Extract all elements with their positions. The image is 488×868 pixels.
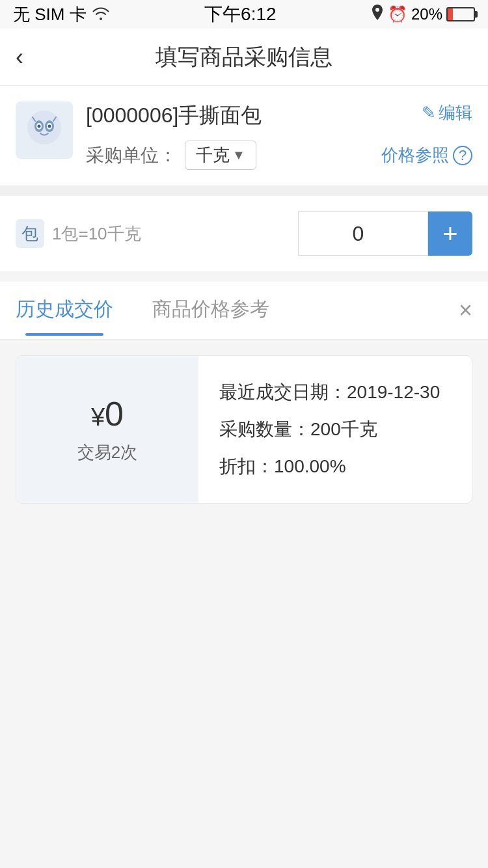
product-header: [0000006]手撕面包 采购单位： 千克 ▼ ✎ 编辑 价格参照 ? — [16, 102, 472, 170]
price-date-row: 最近成交日期：2019-12-30 — [219, 379, 451, 405]
status-bar: 无 SIM 卡 下午6:12 ⏰ 20% — [0, 0, 488, 29]
unit-value: 千克 — [196, 144, 230, 167]
status-right-area: ⏰ 20% — [371, 5, 475, 24]
carrier-text: 无 SIM 卡 — [13, 3, 87, 26]
tabs-left: 历史成交价 商品价格参考 — [16, 296, 269, 325]
tabs-header: 历史成交价 商品价格参考 × — [0, 282, 488, 339]
svg-point-5 — [38, 124, 41, 128]
price-card: ¥0 交易2次 最近成交日期：2019-12-30 采购数量：200千克 折扣：… — [16, 355, 472, 504]
status-time: 下午6:12 — [204, 2, 277, 27]
recent-date-value: 2019-12-30 — [347, 382, 440, 402]
battery-icon — [446, 7, 475, 21]
edit-icon: ✎ — [422, 103, 436, 123]
discount-label: 折扣： — [219, 456, 274, 476]
unit-tag-label: 包 — [21, 223, 38, 245]
product-icon — [26, 109, 62, 152]
product-name: [0000006]手撕面包 — [86, 102, 262, 130]
nav-bar: ‹ 填写商品采购信息 — [0, 29, 488, 86]
battery-percent: 20% — [411, 5, 442, 23]
back-button[interactable]: ‹ — [16, 44, 23, 71]
quantity-row: 包 1包=10千克 + — [0, 196, 488, 271]
product-right: ✎ 编辑 价格参照 ? — [381, 102, 472, 167]
price-trades: 交易2次 — [77, 441, 137, 464]
status-carrier: 无 SIM 卡 — [13, 3, 110, 26]
quantity-value: 200千克 — [310, 419, 377, 439]
tab-price-ref[interactable]: 商品价格参考 — [152, 296, 269, 325]
quantity-label: 采购数量： — [219, 419, 310, 439]
product-left: [0000006]手撕面包 采购单位： 千克 ▼ — [16, 102, 262, 170]
price-currency: ¥ — [91, 403, 105, 431]
price-ref-row[interactable]: 价格参照 ? — [381, 144, 472, 167]
svg-point-6 — [48, 124, 51, 128]
content-area: ¥0 交易2次 最近成交日期：2019-12-30 采购数量：200千克 折扣：… — [0, 340, 488, 665]
product-info: [0000006]手撕面包 采购单位： 千克 ▼ — [86, 102, 262, 170]
close-button[interactable]: × — [459, 297, 472, 324]
price-discount-row: 折扣：100.00% — [219, 454, 451, 479]
product-thumbnail — [16, 102, 73, 159]
quantity-input[interactable] — [298, 211, 428, 256]
tab-history-label: 历史成交价 — [16, 296, 113, 323]
unit-select[interactable]: 千克 ▼ — [185, 141, 256, 170]
product-card: [0000006]手撕面包 采购单位： 千克 ▼ ✎ 编辑 价格参照 ? — [0, 86, 488, 185]
quantity-input-area: + — [298, 211, 472, 256]
unit-tag: 包 — [16, 219, 44, 248]
price-value: 0 — [105, 395, 124, 433]
price-amount: ¥0 — [91, 394, 124, 433]
edit-link[interactable]: ✎ 编辑 — [422, 102, 472, 124]
price-ref-label: 价格参照 — [381, 144, 449, 167]
quantity-left: 包 1包=10千克 — [16, 219, 141, 248]
tabs-container: 历史成交价 商品价格参考 × — [0, 282, 488, 340]
price-card-left: ¥0 交易2次 — [16, 356, 198, 503]
help-icon[interactable]: ? — [453, 146, 472, 165]
unit-conversion: 1包=10千克 — [52, 223, 141, 245]
location-icon — [371, 5, 384, 24]
price-quantity-row: 采购数量：200千克 — [219, 416, 451, 442]
edit-label: 编辑 — [439, 102, 472, 124]
wifi-icon — [92, 5, 110, 25]
section-divider — [0, 185, 488, 196]
page-title: 填写商品采购信息 — [156, 42, 332, 72]
unit-select-arrow: ▼ — [232, 148, 245, 163]
svg-point-0 — [27, 111, 61, 144]
tab-underline — [25, 333, 103, 336]
unit-label: 采购单位： — [86, 143, 177, 168]
product-unit-row: 采购单位： 千克 ▼ — [86, 141, 262, 170]
alarm-icon: ⏰ — [388, 5, 407, 23]
price-card-right: 最近成交日期：2019-12-30 采购数量：200千克 折扣：100.00% — [198, 356, 472, 503]
tab-price-ref-label: 商品价格参考 — [152, 296, 269, 323]
tab-history-price[interactable]: 历史成交价 — [16, 296, 113, 325]
discount-value: 100.00% — [274, 456, 346, 476]
quantity-plus-button[interactable]: + — [428, 211, 472, 256]
recent-date-label: 最近成交日期： — [219, 382, 347, 402]
